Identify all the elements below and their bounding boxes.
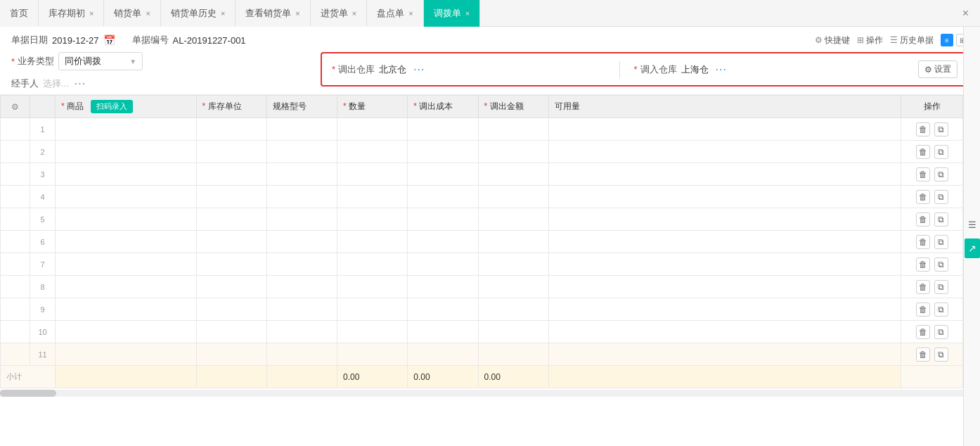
- delete-row-button[interactable]: 🗑: [916, 190, 930, 204]
- qty-cell[interactable]: [337, 276, 408, 298]
- copy-row-button[interactable]: ⧉: [934, 122, 948, 136]
- amount-cell[interactable]: [478, 253, 548, 276]
- tab-inventory-check-close[interactable]: ×: [408, 9, 413, 18]
- amount-cell[interactable]: [478, 186, 548, 208]
- available-cell[interactable]: [548, 163, 901, 186]
- tab-sales-history-close[interactable]: ×: [221, 9, 225, 18]
- spec-cell[interactable]: [266, 141, 337, 163]
- available-cell[interactable]: [548, 276, 901, 298]
- amount-cell[interactable]: [478, 163, 548, 186]
- product-cell[interactable]: [56, 298, 197, 321]
- doc-date-value[interactable]: 2019-12-27: [52, 35, 99, 46]
- copy-row-button[interactable]: ⧉: [934, 190, 948, 204]
- spec-cell[interactable]: [266, 231, 337, 253]
- delete-row-button[interactable]: 🗑: [916, 235, 930, 249]
- shortcut-btn[interactable]: ⚙ 快捷键: [815, 34, 850, 46]
- table-settings-icon[interactable]: ⚙: [6, 102, 24, 112]
- unit-cell[interactable]: [196, 276, 266, 298]
- operations-btn[interactable]: ⊞ 操作: [857, 34, 883, 46]
- business-type-select[interactable]: 同价调拨 ▼: [58, 52, 143, 70]
- qty-cell[interactable]: [337, 208, 408, 231]
- spec-cell[interactable]: [266, 118, 337, 141]
- qty-cell[interactable]: [337, 298, 408, 321]
- product-cell[interactable]: [56, 231, 197, 253]
- copy-row-button[interactable]: ⧉: [934, 145, 948, 159]
- spec-cell[interactable]: [266, 163, 337, 186]
- amount-cell[interactable]: [478, 231, 548, 253]
- warehouse-out-more-icon[interactable]: ···: [413, 63, 425, 76]
- spec-cell[interactable]: [266, 208, 337, 231]
- unit-cell-11[interactable]: [196, 343, 266, 366]
- cost-cell[interactable]: [408, 298, 478, 321]
- scan-entry-button[interactable]: 扫码录入: [91, 100, 133, 113]
- warehouse-in-value[interactable]: 上海仓: [681, 63, 709, 76]
- spec-cell[interactable]: [266, 298, 337, 321]
- warehouse-out-value[interactable]: 北京仓: [379, 63, 406, 76]
- copy-row-button[interactable]: ⧉: [934, 167, 948, 181]
- spec-cell[interactable]: [266, 276, 337, 298]
- available-cell[interactable]: [548, 321, 901, 343]
- product-cell[interactable]: [56, 141, 197, 163]
- copy-row-button[interactable]: ⧉: [934, 235, 948, 249]
- tab-sales-order-close[interactable]: ×: [146, 9, 150, 18]
- tab-home[interactable]: 首页: [0, 0, 39, 27]
- delete-row-button[interactable]: 🗑: [916, 167, 930, 181]
- amount-cell[interactable]: [478, 118, 548, 141]
- tab-view-sales[interactable]: 查看销货单 ×: [236, 0, 310, 27]
- product-cell[interactable]: [56, 208, 197, 231]
- warehouse-in-more-icon[interactable]: ···: [716, 63, 727, 76]
- unit-cell[interactable]: [196, 231, 266, 253]
- cost-cell[interactable]: [408, 253, 478, 276]
- settings-button[interactable]: ⚙ 设置: [918, 60, 958, 78]
- history-orders-btn[interactable]: ☰ 历史单据: [890, 34, 934, 46]
- product-cell-11[interactable]: [56, 343, 197, 366]
- cost-cell[interactable]: [408, 276, 478, 298]
- delete-row-button[interactable]: 🗑: [916, 280, 930, 294]
- qty-cell[interactable]: [337, 118, 408, 141]
- unit-cell[interactable]: [196, 321, 266, 343]
- available-cell[interactable]: [548, 118, 901, 141]
- cost-cell[interactable]: [408, 163, 478, 186]
- window-close-button[interactable]: ×: [951, 0, 980, 27]
- sidebar-list-icon[interactable]: ☰: [965, 215, 980, 234]
- scrollbar-thumb[interactable]: [0, 390, 56, 397]
- tab-sales-history[interactable]: 销货单历史 ×: [161, 0, 236, 27]
- col-settings[interactable]: ⚙: [1, 96, 30, 118]
- spec-cell[interactable]: [266, 186, 337, 208]
- unit-cell[interactable]: [196, 118, 266, 141]
- delete-row-button[interactable]: 🗑: [916, 257, 930, 272]
- agent-more-icon[interactable]: ···: [75, 77, 86, 90]
- available-cell[interactable]: [548, 253, 901, 276]
- tab-inventory-check[interactable]: 盘点单 ×: [367, 0, 423, 27]
- available-cell[interactable]: [548, 298, 901, 321]
- product-cell[interactable]: [56, 321, 197, 343]
- cost-cell[interactable]: [408, 208, 478, 231]
- unit-cell[interactable]: [196, 298, 266, 321]
- cost-cell[interactable]: [408, 321, 478, 343]
- delete-row-button[interactable]: 🗑: [916, 325, 930, 339]
- cost-cell[interactable]: [408, 231, 478, 253]
- copy-row-button[interactable]: ⧉: [934, 348, 948, 362]
- available-cell[interactable]: [548, 208, 901, 231]
- horizontal-scrollbar[interactable]: [0, 390, 963, 397]
- doc-no-value[interactable]: AL-20191227-001: [173, 35, 246, 46]
- tab-view-sales-close[interactable]: ×: [295, 9, 299, 18]
- qty-cell[interactable]: [337, 141, 408, 163]
- available-cell[interactable]: [548, 231, 901, 253]
- copy-row-button[interactable]: ⧉: [934, 325, 948, 339]
- unit-cell[interactable]: [196, 141, 266, 163]
- tab-transfer-order[interactable]: 调拨单 ×: [424, 0, 480, 27]
- copy-row-button[interactable]: ⧉: [934, 280, 948, 294]
- product-cell[interactable]: [56, 118, 197, 141]
- cost-cell[interactable]: [408, 141, 478, 163]
- tab-transfer-order-close[interactable]: ×: [465, 9, 470, 18]
- unit-cell[interactable]: [196, 253, 266, 276]
- cost-cell[interactable]: [408, 186, 478, 208]
- amount-cell[interactable]: [478, 208, 548, 231]
- spec-cell[interactable]: [266, 321, 337, 343]
- amount-cell[interactable]: [478, 321, 548, 343]
- tab-purchase-order[interactable]: 进货单 ×: [311, 0, 367, 27]
- qty-cell[interactable]: [337, 186, 408, 208]
- agent-placeholder[interactable]: 选择...: [43, 77, 69, 90]
- calendar-icon[interactable]: 📅: [103, 34, 115, 46]
